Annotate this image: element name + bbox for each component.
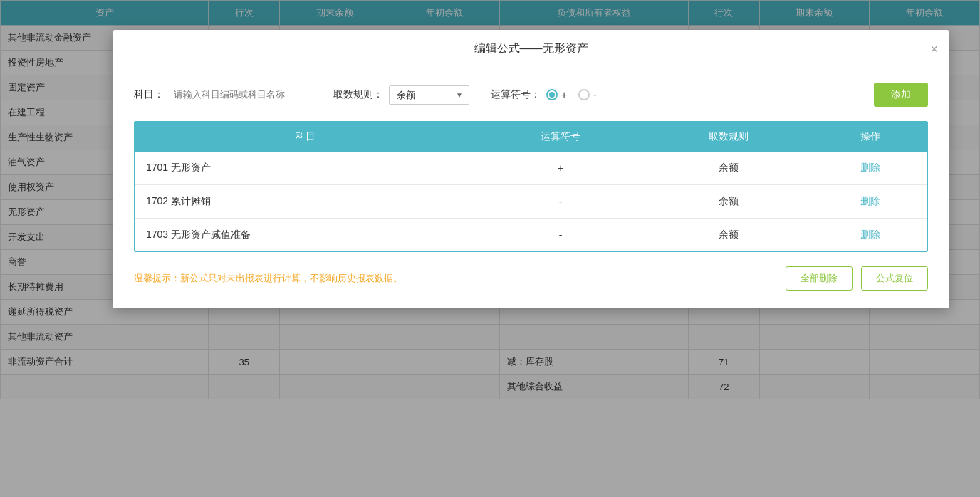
- delete-row-button[interactable]: 删除: [860, 162, 880, 174]
- modal-close-button[interactable]: ×: [930, 43, 938, 56]
- modal-title: 编辑公式——无形资产: [474, 41, 588, 56]
- formula-row: 1701 无形资产+余额删除: [135, 152, 927, 185]
- subject-input[interactable]: [170, 86, 312, 103]
- select-dropdown-icon: ▼: [450, 88, 469, 103]
- formula-rule: 余额: [645, 219, 813, 252]
- modal-footer: 温馨提示：新公式只对未出报表进行计算，不影响历史报表数据。 全部删除 公式复位: [113, 252, 949, 294]
- formula-rule: 余额: [645, 152, 813, 185]
- footer-tip: 温馨提示：新公式只对未出报表进行计算，不影响历史报表数据。: [134, 272, 402, 285]
- formula-table: 科目 运算符号 取数规则 操作 1701 无形资产+余额删除1702 累计摊销-…: [135, 122, 927, 251]
- rule-field: 取数规则： 余额 借方发生额 贷方发生额 期末余额 ▼: [333, 85, 469, 105]
- radio-plus-circle: [546, 89, 558, 100]
- formula-table-wrap: 科目 运算符号 取数规则 操作 1701 无形资产+余额删除1702 累计摊销-…: [134, 121, 928, 252]
- add-button[interactable]: 添加: [874, 83, 928, 107]
- formula-rule: 余额: [645, 185, 813, 219]
- formula-action: 删除: [813, 185, 927, 219]
- operator-minus-radio[interactable]: -: [578, 89, 597, 100]
- th-rule: 取数规则: [645, 122, 813, 152]
- operator-label: 运算符号：: [491, 88, 541, 101]
- modal-header: 编辑公式——无形资产 ×: [113, 30, 949, 68]
- subject-field: 科目：: [134, 86, 312, 103]
- formula-operator: -: [476, 185, 645, 219]
- formula-subject: 1701 无形资产: [135, 152, 476, 185]
- formula-operator: -: [476, 219, 645, 252]
- footer-buttons: 全部删除 公式复位: [786, 266, 928, 291]
- operator-minus-label: -: [593, 89, 597, 100]
- formula-action: 删除: [813, 152, 927, 185]
- formula-operator: +: [476, 152, 645, 185]
- formula-row: 1703 无形资产减值准备-余额删除: [135, 219, 927, 252]
- th-action: 操作: [813, 122, 927, 152]
- edit-formula-modal: 编辑公式——无形资产 × 科目： 取数规则： 余额 借方发生额 贷方发生额 期末…: [113, 30, 949, 308]
- delete-all-button[interactable]: 全部删除: [786, 266, 853, 291]
- radio-minus-circle: [578, 89, 590, 100]
- rule-select[interactable]: 余额 借方发生额 贷方发生额 期末余额: [390, 86, 450, 104]
- formula-subject: 1703 无形资产减值准备: [135, 219, 476, 252]
- formula-action: 删除: [813, 219, 927, 252]
- form-row: 科目： 取数规则： 余额 借方发生额 贷方发生额 期末余额 ▼ 运算符号： +: [113, 68, 949, 121]
- rule-label: 取数规则：: [333, 88, 383, 101]
- formula-row: 1702 累计摊销-余额删除: [135, 185, 927, 219]
- delete-row-button[interactable]: 删除: [860, 195, 880, 208]
- formula-subject: 1702 累计摊销: [135, 185, 476, 219]
- th-subject: 科目: [135, 122, 476, 152]
- th-operator: 运算符号: [476, 122, 645, 152]
- rule-select-wrap: 余额 借方发生额 贷方发生额 期末余额 ▼: [389, 85, 469, 105]
- table-header-row: 科目 运算符号 取数规则 操作: [135, 122, 927, 152]
- operator-field: 运算符号： + -: [491, 88, 597, 101]
- subject-label: 科目：: [134, 88, 164, 101]
- operator-plus-radio[interactable]: +: [546, 89, 567, 100]
- operator-radio-group: + -: [546, 89, 597, 100]
- delete-row-button[interactable]: 删除: [860, 229, 880, 241]
- reset-formula-button[interactable]: 公式复位: [861, 266, 928, 291]
- operator-plus-label: +: [561, 89, 567, 100]
